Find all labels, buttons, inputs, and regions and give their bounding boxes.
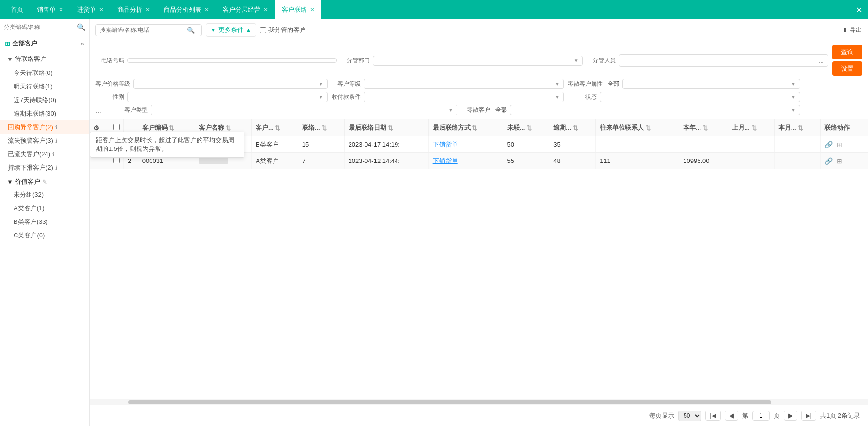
advanced-filter-panel: 电话号码 分管部门 ▼ 分管人员 ... 查询 设置 — [90, 41, 868, 119]
retail-customer-field: 零散客户 全部 ▼ — [461, 105, 800, 115]
close-icon[interactable]: ✕ — [145, 6, 150, 13]
search-input-wrapper[interactable]: 🔍 — [95, 24, 202, 36]
search-input[interactable] — [100, 27, 187, 33]
close-icon[interactable]: ✕ — [59, 6, 63, 13]
phone-field: 电话号码 — [95, 57, 337, 65]
last-page-button[interactable]: ▶| — [801, 411, 816, 421]
collapse-icon[interactable]: » — [81, 40, 84, 47]
retail-attr-select[interactable]: ▼ — [622, 79, 800, 89]
my-customers-checkbox[interactable] — [260, 27, 266, 33]
sidebar-search-input[interactable] — [4, 24, 77, 30]
retail-customer-select[interactable]: ▼ — [510, 105, 800, 115]
more-action-icon[interactable]: ⊞ — [837, 157, 842, 165]
type-col-header[interactable]: 客户...⇅ — [252, 119, 298, 136]
sidebar-item-class-b[interactable]: B类客户(33) — [0, 215, 89, 229]
dept-select[interactable]: ▼ — [373, 56, 582, 66]
sidebar-item-churn-warning[interactable]: 流失预警客户(3) ℹ — [0, 134, 89, 147]
nav-sales-order[interactable]: 销售单 ✕ — [30, 0, 70, 19]
sidebar-item-churned[interactable]: 已流失客户(24) ℹ — [0, 147, 89, 161]
filter-action-buttons: 查询 设置 — [832, 45, 862, 76]
nav-product-analysis[interactable]: 商品分析 ✕ — [110, 0, 157, 19]
sidebar-item-today-pending[interactable]: 今天待联络(0) — [0, 66, 89, 80]
first-page-button[interactable]: |◀ — [705, 411, 720, 421]
contact-action-icon[interactable]: 🔗 — [824, 157, 833, 165]
sort-icon: ⇅ — [526, 124, 532, 132]
row-checkbox[interactable] — [113, 157, 120, 163]
close-all-button[interactable]: ✕ — [856, 5, 862, 15]
sidebar-item-ungrouped[interactable]: 未分组(32) — [0, 188, 89, 202]
overdue-col-header[interactable]: 逾期...⇅ — [549, 119, 596, 136]
action-cell: 🔗 ⊞ — [821, 136, 868, 153]
customer-type-select[interactable]: ▼ — [151, 105, 457, 115]
type-cell: B类客户 — [252, 136, 298, 153]
sort-icon: ⇅ — [226, 124, 231, 132]
horizontal-scrollbar[interactable] — [90, 399, 868, 405]
sidebar-item-tomorrow-pending[interactable]: 明天待联络(1) — [0, 80, 89, 93]
sort-icon: ⇅ — [275, 124, 280, 132]
status-select[interactable]: ▼ — [600, 92, 800, 102]
left-sidebar: 🔍 ⊞ 全部客户 » ▼ 待联络客户 今天待联络(0) 明天待联络(1) 近7天… — [0, 19, 90, 426]
customer-grade-field: 客户等级 ▼ — [332, 79, 564, 89]
gender-select[interactable]: ▼ — [127, 92, 328, 102]
last-contact-date-col-header[interactable]: 最后联络日期⇅ — [344, 119, 428, 136]
contact-col-header[interactable]: 联络...⇅ — [298, 119, 344, 136]
all-customers-header[interactable]: ⊞ 全部客户 » — [0, 35, 89, 52]
query-button[interactable]: 查询 — [832, 45, 862, 59]
close-icon[interactable]: ✕ — [99, 6, 104, 13]
filter-bar: 🔍 ▼ 更多条件 ▲ 我分管的客户 ⬇ 导出 — [90, 19, 868, 41]
manager-input[interactable]: ... — [619, 54, 828, 67]
last-contact-method-cell[interactable]: 下销货单 — [428, 153, 503, 169]
customer-grade-select[interactable]: ▼ — [364, 79, 564, 89]
close-icon[interactable]: ✕ — [204, 6, 209, 13]
sidebar-item-repurchase-anomaly[interactable]: 回购异常客户(2) ℹ — [0, 120, 89, 134]
more-conditions-button[interactable]: ▼ 更多条件 ▲ — [206, 23, 256, 37]
scrollbar-thumb[interactable] — [128, 400, 771, 404]
nav-customer-contact[interactable]: 客户联络 ✕ — [275, 0, 321, 19]
prev-page-button[interactable]: ◀ — [725, 411, 738, 421]
last-contact-method-col-header[interactable]: 最后联络方式⇅ — [428, 119, 503, 136]
sidebar-item-class-a[interactable]: A类客户(1) — [0, 202, 89, 215]
sort-icon: ⇅ — [388, 124, 393, 132]
price-grade-select[interactable]: ▼ — [133, 79, 328, 89]
phone-input[interactable] — [127, 58, 337, 63]
select-all-checkbox[interactable] — [113, 124, 120, 130]
nav-purchase-order[interactable]: 进货单 ✕ — [70, 0, 110, 19]
this-month-col-header[interactable]: 本月...⇅ — [774, 119, 821, 136]
close-icon[interactable]: ✕ — [263, 6, 268, 13]
nav-customer-stratification[interactable]: 客户分层经营 ✕ — [216, 0, 275, 19]
value-customers-section[interactable]: ▼ 价值客户 ✎ — [0, 175, 89, 188]
nav-home[interactable]: 首页 — [4, 0, 30, 19]
page-number-input[interactable] — [752, 411, 770, 421]
contact-action-icon[interactable]: 🔗 — [824, 141, 833, 148]
last-contact-method-cell[interactable]: 下销货单 — [428, 136, 503, 153]
customer-type-field: 客户类型 ▼ — [119, 105, 457, 115]
nav-product-analysis-list[interactable]: 商品分析列表 ✕ — [157, 0, 216, 19]
data-table-area: ⚙ 客户编码⇅ 客户名称⇅ 客户...⇅ — [90, 119, 868, 399]
last-month-cell — [728, 136, 774, 153]
page-size-select[interactable]: 50 — [678, 411, 701, 421]
this-year-cell: 10995.00 — [679, 153, 728, 169]
info-icon: ℹ — [55, 124, 57, 131]
edit-icon[interactable]: ✎ — [42, 178, 47, 186]
more-action-icon[interactable]: ⊞ — [837, 141, 842, 148]
content-area: 距客户上次交易时长，超过了此客户的平均交易周期的1.5倍，则视为异常。 🔍 ▼ … — [90, 19, 868, 426]
overdue-cell: 48 — [549, 153, 596, 169]
sidebar-item-class-c[interactable]: C类客户(6) — [0, 229, 89, 242]
this-year-col-header[interactable]: 本年...⇅ — [679, 119, 728, 136]
settings-button[interactable]: 设置 — [832, 61, 862, 76]
sidebar-item-declining[interactable]: 持续下滑客户(2) ℹ — [0, 161, 89, 175]
sidebar-item-overdue-uncontacted[interactable]: 逾期未联络(30) — [0, 107, 89, 120]
sidebar-item-7days-pending[interactable]: 近7天待联络(0) — [0, 93, 89, 107]
tooltip-box: 距客户上次交易时长，超过了此客户的平均交易周期的1.5倍，则视为异常。 — [90, 132, 244, 158]
export-button[interactable]: ⬇ 导出 — [842, 26, 862, 34]
pending-contact-section[interactable]: ▼ 待联络客户 — [0, 52, 89, 66]
payment-select[interactable]: ▼ — [364, 92, 564, 102]
uncontacted-cell: 50 — [503, 136, 549, 153]
next-page-button[interactable]: ▶ — [784, 411, 797, 421]
close-icon[interactable]: ✕ — [310, 6, 315, 13]
last-month-col-header[interactable]: 上月...⇅ — [728, 119, 774, 136]
unit-contact-col-header[interactable]: 往来单位联系人⇅ — [596, 119, 679, 136]
uncontacted-col-header[interactable]: 未联...⇅ — [503, 119, 549, 136]
contact-cell: 7 — [298, 153, 344, 169]
last-contact-date-cell: 2023-04-12 14:44: — [344, 153, 428, 169]
